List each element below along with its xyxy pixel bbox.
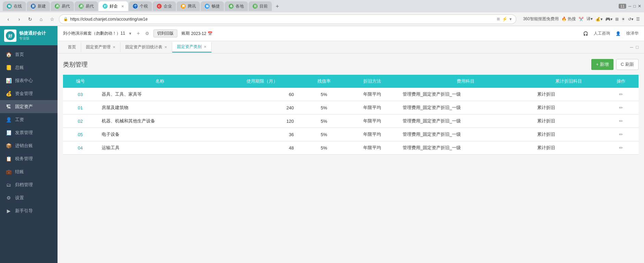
edit-icon-4[interactable]: ✏ [619,145,623,151]
edit-icon-3[interactable]: ✏ [619,132,623,137]
grid-icon[interactable]: ⊞ [615,17,619,22]
cell-code-0: 03 [63,88,98,101]
tab-favicon-yidai2: 易 [79,4,84,9]
table-row: 01 房屋及建筑物 240 5% 年限平均 管理费用_固定资产折旧_一级 累计折… [63,101,639,115]
forward-button[interactable]: › [15,15,23,23]
sidebar-item-tax[interactable]: 📋 税务管理 [0,152,58,165]
minimize-icon[interactable]: ─ [628,4,631,9]
tab-favicon-tax: 个 [133,4,138,9]
cell-action-1[interactable]: ✏ [604,101,639,115]
sidebar-item-guide[interactable]: ▶ 新手引导 [0,204,58,217]
sidebar-item-archive[interactable]: 🗂 归档管理 [0,178,58,191]
dropdown-user-icon[interactable]: ▾ [129,31,131,36]
browser-tab-active[interactable]: 好 好企 ✕ [99,1,128,11]
hot-label[interactable]: 🔥 热搜 [561,16,576,22]
undo-icon[interactable]: ↺▾ [628,17,633,22]
cell-code-4: 04 [63,141,98,155]
menu-icon[interactable]: ☰ [636,17,640,22]
add-button[interactable]: + 新增 [591,59,614,70]
cell-period-2: 120 [223,115,302,128]
edit-icon-0[interactable]: ✏ [619,92,623,97]
window-maximize-icon[interactable]: □ [636,45,639,50]
browser-tab-tencent[interactable]: 腾 腾讯 [177,1,200,11]
tab-favicon-corp: C [157,4,162,9]
browser-tab-yidai1[interactable]: 易 易代 [51,1,74,11]
page-tab-asset-mgmt-close[interactable]: ✕ [113,45,115,49]
cell-action-4[interactable]: ✏ [604,141,639,155]
topbar-settings-icon[interactable]: ⚙ [145,31,149,36]
maximize-icon[interactable]: □ [633,4,636,9]
fixed-asset-icon: 🏗 [5,104,12,110]
page-tab-home[interactable]: 首页 [63,42,81,52]
sidebar-item-inventory[interactable]: 📦 进销台账 [0,139,58,152]
refresh-button[interactable]: C 刷新 [616,59,639,70]
tab-label-tax: 个税 [140,3,148,9]
cell-expense-3: 管理费用_固定资产折旧_一级 [399,128,533,141]
site-info-icon[interactable]: ⊞ [497,17,500,21]
game-icon[interactable]: 🎮▾ [605,17,613,22]
bookmark-button[interactable]: ☆ [48,15,56,23]
tab-favicon-new: 新 [31,4,36,9]
new-tab-button[interactable]: ＋ [273,1,282,11]
switch-version-button[interactable]: 切到旧版 [153,29,177,37]
sidebar-item-ledger[interactable]: 📒 总账 [0,61,58,74]
browser-tab-tax[interactable]: 个 个税 [129,1,152,11]
cell-accumulated-2: 累计折旧 [533,115,604,128]
cell-action-0[interactable]: ✏ [604,88,639,101]
lightning-icon[interactable]: ⚡ [502,16,507,22]
sidebar-item-fixed-asset[interactable]: 🏗 固定资产 [0,100,58,113]
sidebar-item-settings[interactable]: ⚙ 设置 [0,191,58,204]
calendar-icon[interactable]: 📅 [207,31,213,36]
sidebar-logo: 好 畅捷通好会计 专业版 [0,26,58,45]
cell-action-3[interactable]: ✏ [604,128,639,141]
page-tab-category-close[interactable]: ✕ [204,45,206,49]
sidebar-nav: 🏠 首页 📒 总账 📊 报表中心 💰 资金管理 🏗 固定资产 👤 工资 [0,45,58,263]
invoice-icon: 🧾 [5,130,12,136]
cell-accumulated-1: 累计折旧 [533,101,604,115]
sidebar-item-home[interactable]: 🏠 首页 [0,48,58,61]
browser-tab-changjie[interactable]: 畅 畅捷 [201,1,224,11]
sidebar-label-inventory: 进销台账 [15,143,33,149]
tab-count-badge: 11 [619,4,626,9]
dropdown-icon[interactable]: ▾ [509,16,512,22]
browser-tab-current[interactable]: 目 目前 [249,1,272,11]
page-tab-category-label: 固定资产类别 [177,44,202,50]
topbar-add-icon[interactable]: ＋ [136,30,141,37]
settle-icon: 💼 [5,169,12,175]
sidebar-item-report[interactable]: 📊 报表中心 [0,74,58,87]
service-label[interactable]: 人工咨询 [594,31,610,36]
sidebar-item-payroll[interactable]: 👤 工资 [0,113,58,126]
sidebar-item-fund[interactable]: 💰 资金管理 [0,87,58,100]
page-tab-depreciation-close[interactable]: ✕ [164,45,167,49]
browser-tab-new[interactable]: 新 新建 [27,1,50,11]
edit-icon-2[interactable]: ✏ [619,118,623,124]
cell-action-2[interactable]: ✏ [604,115,639,128]
back-button[interactable]: ‹ [4,15,12,23]
browser-tab-corp[interactable]: C 企业 [153,1,176,11]
sun-icon[interactable]: ☀ [621,17,625,22]
translate-icon[interactable]: 译▾ [586,16,593,22]
sidebar-label-report: 报表中心 [15,77,33,84]
cell-salvage-2: 5% [302,115,346,128]
edit-icon-1[interactable]: ✏ [619,105,623,110]
browser-tab-online[interactable]: 畅 在线 [3,1,26,11]
sidebar-item-invoice[interactable]: 🧾 发票管理 [0,126,58,139]
browser-tab-each[interactable]: 各 各地 [225,1,248,11]
address-bar[interactable]: 🔒 https://cloud.chanjet.com/accounting/u… [59,14,516,24]
sidebar-item-settle[interactable]: 💼 结账 [0,165,58,178]
cell-salvage-0: 5% [302,88,346,101]
page-tab-asset-mgmt[interactable]: 固定资产管理 ✕ [81,42,121,52]
coin-icon[interactable]: 💰▾ [595,17,603,22]
cell-code-3: 05 [63,128,98,141]
page-tab-home-label: 首页 [68,44,76,50]
reload-button[interactable]: ↻ [26,15,34,23]
tab-close-active[interactable]: ✕ [121,4,124,8]
close-icon[interactable]: ✕ [638,4,641,9]
cut-icon[interactable]: ✂️ [579,17,584,22]
browser-tab-yidai2[interactable]: 易 易代 [75,1,98,11]
page-tab-category[interactable]: 固定资产类别 ✕ [172,42,212,52]
page-tab-depreciation[interactable]: 固定资产折旧统计表 ✕ [121,42,172,52]
cell-method-4: 年限平均 [346,141,399,155]
window-minimize-icon[interactable]: ─ [630,45,633,50]
home-button[interactable]: ⌂ [37,15,45,23]
